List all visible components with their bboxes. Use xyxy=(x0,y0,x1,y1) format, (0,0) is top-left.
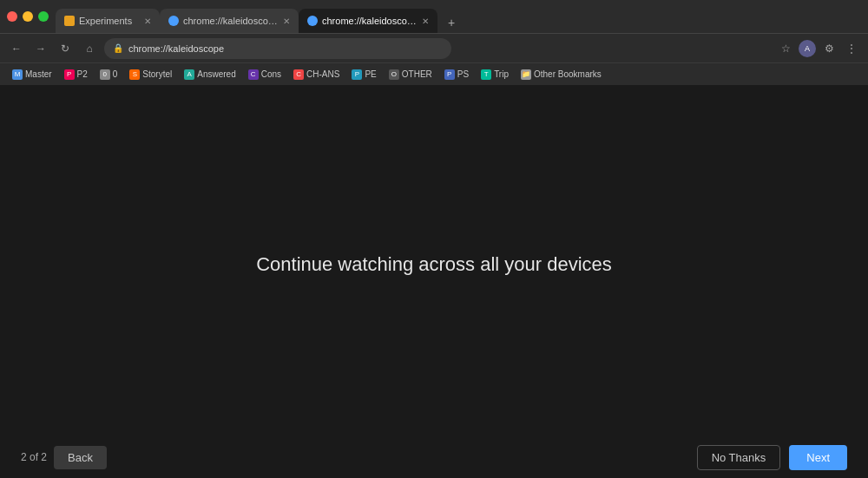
content-area: Continue watching across all your device… xyxy=(0,85,868,478)
bookmark-star-icon[interactable]: ☆ xyxy=(776,39,795,58)
no-thanks-button[interactable]: No Thanks xyxy=(697,445,781,470)
tab-close-kaleidoscope[interactable]: ✕ xyxy=(422,16,429,26)
tab-close-experiments[interactable]: ✕ xyxy=(144,16,151,26)
bookmark-trip[interactable]: T Trip xyxy=(476,68,514,82)
home-icon: ⌂ xyxy=(86,43,92,55)
main-heading: Continue watching across all your device… xyxy=(256,253,612,276)
back-nav-button[interactable]: ← xyxy=(7,39,26,58)
new-tab-button[interactable]: + xyxy=(441,12,462,33)
bookmark-ps[interactable]: P PS xyxy=(439,68,474,82)
minimize-button[interactable] xyxy=(23,11,33,22)
back-icon: ← xyxy=(11,43,22,55)
tab-favicon-kaleidoscope-ch xyxy=(168,16,179,26)
bookmark-favicon-answered: A xyxy=(184,69,194,80)
page-indicator-text: 2 of 2 xyxy=(21,451,47,463)
bookmarks-bar: M Master P P2 0 0 S Storytel A Answered … xyxy=(0,62,868,85)
bookmark-storytel[interactable]: S Storytel xyxy=(124,68,177,82)
address-bar-row: ← → ↻ ⌂ 🔒 chrome://kaleidoscope ☆ A ⚙ ⋮ xyxy=(0,33,868,62)
bookmark-label-ps: PS xyxy=(457,69,469,79)
bookmark-label-answered: Answered xyxy=(197,69,235,79)
tab-kaleidoscope[interactable]: chrome://kaleidoscope ✕ xyxy=(299,9,437,33)
tab-close-kaleidoscope-ch[interactable]: ✕ xyxy=(283,16,290,26)
reload-button[interactable]: ↻ xyxy=(56,39,75,58)
bookmark-favicon-ps: P xyxy=(444,69,455,80)
bookmark-master[interactable]: M Master xyxy=(7,68,57,82)
bookmark-label-cons: Cons xyxy=(261,69,281,79)
profile-avatar[interactable]: A xyxy=(799,40,816,57)
page-indicator: 2 of 2 Back xyxy=(21,446,107,469)
tab-favicon-experiments xyxy=(64,16,75,26)
bottom-bar: 2 of 2 Back No Thanks Next xyxy=(0,436,868,478)
tab-title-experiments: Experiments xyxy=(79,16,140,26)
address-url: chrome://kaleidoscope xyxy=(128,43,224,54)
bookmark-favicon-p2: P xyxy=(64,69,75,80)
bookmark-other-bookmarks[interactable]: 📁 Other Bookmarks xyxy=(516,68,607,82)
address-bar[interactable]: 🔒 chrome://kaleidoscope xyxy=(104,38,451,59)
bookmark-label-storytel: Storytel xyxy=(142,69,172,79)
bookmark-cons[interactable]: C Cons xyxy=(243,68,286,82)
lock-icon: 🔒 xyxy=(113,43,123,53)
bookmark-label-other: OTHER xyxy=(402,69,432,79)
bookmark-favicon-other: O xyxy=(389,69,399,80)
bookmark-label-p2: P2 xyxy=(77,69,88,79)
bookmark-pe[interactable]: P PE xyxy=(346,68,381,82)
bookmark-label-pe: PE xyxy=(365,69,376,79)
right-buttons: No Thanks Next xyxy=(697,445,847,470)
bookmark-favicon-other-bookmarks: 📁 xyxy=(521,69,531,80)
back-button[interactable]: Back xyxy=(54,446,107,469)
bookmark-other[interactable]: O OTHER xyxy=(384,68,437,82)
title-bar: Experiments ✕ chrome://kaleidoscope on C… xyxy=(0,0,868,33)
bookmark-favicon-0: 0 xyxy=(100,69,110,80)
tab-title-kaleidoscope-ch: chrome://kaleidoscope on Ch… xyxy=(183,16,279,26)
bookmark-0[interactable]: 0 0 xyxy=(95,68,123,82)
tab-title-kaleidoscope: chrome://kaleidoscope xyxy=(322,16,418,26)
bookmark-favicon-storytel: S xyxy=(129,69,140,80)
extensions-icon[interactable]: ⚙ xyxy=(819,39,838,58)
menu-icon[interactable]: ⋮ xyxy=(842,39,861,58)
bookmark-ch-ans[interactable]: C CH-ANS xyxy=(288,68,345,82)
bookmark-favicon-pe: P xyxy=(352,69,362,80)
tab-experiments[interactable]: Experiments ✕ xyxy=(56,9,160,33)
next-button[interactable]: Next xyxy=(789,445,847,470)
maximize-button[interactable] xyxy=(38,11,49,22)
bookmark-p2[interactable]: P P2 xyxy=(59,68,93,82)
bookmark-favicon-trip: T xyxy=(481,69,491,80)
bookmark-favicon-ch-ans: C xyxy=(293,69,304,80)
bookmark-label-ch-ans: CH-ANS xyxy=(306,69,339,79)
bookmark-favicon-master: M xyxy=(12,69,23,80)
bookmark-label-trip: Trip xyxy=(494,69,509,79)
reload-icon: ↻ xyxy=(61,43,69,55)
toolbar-icons: ☆ A ⚙ ⋮ xyxy=(776,39,861,58)
tab-kaleidoscope-ch[interactable]: chrome://kaleidoscope on Ch… ✕ xyxy=(160,9,299,33)
tabs-bar: Experiments ✕ chrome://kaleidoscope on C… xyxy=(56,0,861,33)
forward-nav-button[interactable]: → xyxy=(31,39,50,58)
bookmark-label-0: 0 xyxy=(113,69,118,79)
close-button[interactable] xyxy=(7,11,17,22)
bookmark-label-master: Master xyxy=(25,69,52,79)
home-button[interactable]: ⌂ xyxy=(80,39,99,58)
bookmark-answered[interactable]: A Answered xyxy=(179,68,240,82)
bookmark-favicon-cons: C xyxy=(248,69,259,80)
tab-favicon-kaleidoscope xyxy=(307,16,318,26)
bookmark-label-other-bookmarks: Other Bookmarks xyxy=(534,69,602,79)
forward-icon: → xyxy=(36,43,46,55)
window-controls xyxy=(7,11,49,22)
